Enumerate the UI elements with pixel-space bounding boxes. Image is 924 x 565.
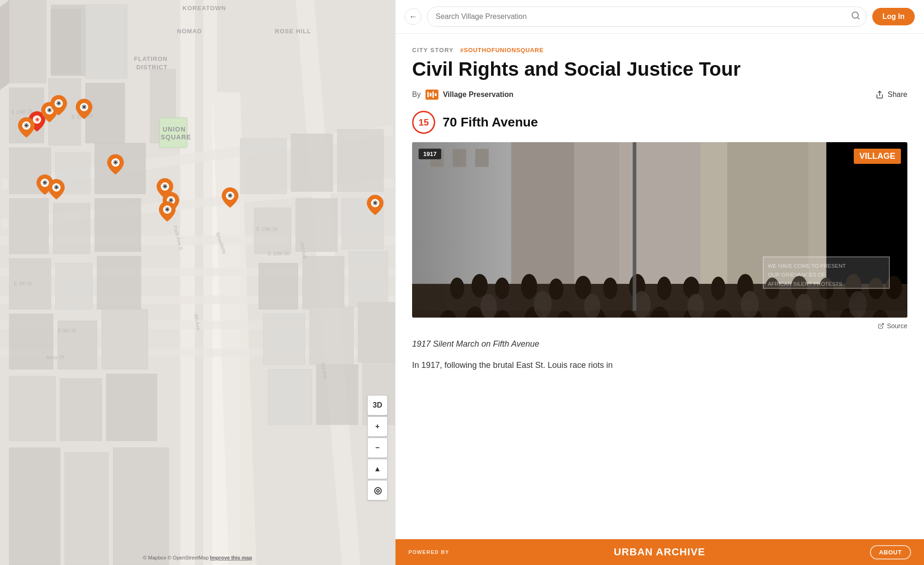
svg-text:OUR GRIEVANCES OF: OUR GRIEVANCES OF bbox=[768, 272, 825, 278]
login-button[interactable]: Log In bbox=[872, 8, 915, 25]
svg-rect-23 bbox=[9, 198, 49, 254]
svg-rect-177 bbox=[633, 142, 637, 311]
svg-marker-55 bbox=[9, 0, 46, 83]
svg-rect-25 bbox=[95, 198, 141, 252]
locate-button[interactable]: ◎ bbox=[367, 480, 388, 500]
search-input[interactable] bbox=[427, 6, 867, 27]
svg-rect-39 bbox=[303, 256, 344, 309]
village-badge: VILLAGE bbox=[854, 149, 901, 164]
svg-point-140 bbox=[549, 279, 563, 301]
category-hashtag[interactable]: #SOUTHOFUNIONSQUARE bbox=[460, 47, 544, 54]
svg-rect-31 bbox=[97, 256, 141, 309]
share-button[interactable]: Share bbox=[875, 90, 907, 99]
author-row: By Village Preservation Sha bbox=[412, 90, 907, 100]
location-number: 15 bbox=[412, 111, 435, 134]
svg-text:✳: ✳ bbox=[113, 159, 118, 166]
svg-rect-44 bbox=[263, 314, 305, 365]
svg-point-138 bbox=[495, 278, 509, 300]
svg-point-146 bbox=[711, 277, 725, 301]
svg-text:✳: ✳ bbox=[42, 179, 48, 186]
svg-rect-27 bbox=[291, 134, 333, 192]
svg-text:✳: ✳ bbox=[164, 206, 170, 213]
svg-point-137 bbox=[472, 274, 488, 298]
svg-rect-49 bbox=[113, 448, 169, 565]
svg-point-144 bbox=[657, 277, 671, 301]
svg-text:AFRICAN SILENT PROTESTS: AFRICAN SILENT PROTESTS bbox=[768, 281, 843, 287]
category-type: CITY STORY bbox=[412, 47, 454, 54]
svg-point-136 bbox=[450, 278, 464, 300]
svg-rect-40 bbox=[349, 252, 388, 307]
map-marker-5[interactable]: ✳ bbox=[76, 99, 92, 119]
svg-rect-121 bbox=[453, 149, 466, 167]
svg-rect-42 bbox=[60, 379, 102, 441]
map-marker-6[interactable]: ✳ bbox=[107, 154, 124, 174]
right-panel: ← Log In CITY STORY #SOUTHOFUNIONSQUARE … bbox=[395, 0, 924, 565]
svg-rect-47 bbox=[9, 448, 60, 565]
map-controls: 3D + − ▲ ◎ bbox=[367, 395, 388, 500]
author-logo bbox=[426, 90, 438, 100]
svg-text:NOMAD: NOMAD bbox=[177, 28, 202, 35]
improve-map-link[interactable]: Improve this map bbox=[210, 555, 252, 560]
svg-rect-50 bbox=[268, 369, 312, 425]
search-icon-button[interactable] bbox=[851, 11, 860, 23]
svg-text:UNION: UNION bbox=[163, 126, 186, 133]
description-text: In 1917, following the brutal East St. L… bbox=[412, 359, 907, 372]
svg-text:FLATIRON: FLATIRON bbox=[134, 55, 168, 62]
svg-line-184 bbox=[880, 324, 883, 326]
year-badge: 1917 bbox=[419, 149, 441, 159]
svg-marker-56 bbox=[51, 5, 85, 76]
svg-line-103 bbox=[857, 17, 859, 19]
svg-rect-43 bbox=[106, 374, 157, 441]
svg-rect-24 bbox=[53, 203, 90, 254]
zoom-in-button[interactable]: + bbox=[367, 416, 388, 437]
svg-point-176 bbox=[849, 291, 867, 318]
image-caption: 1917 Silent March on Fifth Avenue bbox=[412, 338, 907, 350]
svg-text:WE HAVE COME TO PRESENT: WE HAVE COME TO PRESENT bbox=[768, 263, 846, 269]
svg-point-170 bbox=[534, 291, 552, 318]
svg-point-142 bbox=[603, 278, 617, 300]
svg-rect-38 bbox=[259, 263, 298, 309]
svg-rect-28 bbox=[337, 129, 383, 192]
map-marker-13[interactable]: ✳ bbox=[367, 195, 383, 215]
map-svg: KOREATOWN NOMAD ROSE HILL FLATIRON DISTR… bbox=[0, 0, 395, 565]
svg-text:✳: ✳ bbox=[54, 184, 59, 191]
map-marker-8[interactable]: ✳ bbox=[48, 179, 65, 199]
map-marker-12[interactable]: ✳ bbox=[222, 187, 238, 208]
svg-text:SQUARE: SQUARE bbox=[161, 133, 191, 141]
svg-rect-37 bbox=[102, 309, 148, 369]
svg-text:✳: ✳ bbox=[56, 100, 61, 107]
back-button[interactable]: ← bbox=[405, 8, 421, 25]
svg-text:KOREATOWN: KOREATOWN bbox=[182, 5, 226, 12]
header: ← Log In bbox=[395, 0, 924, 34]
svg-text:ROSE HILL: ROSE HILL bbox=[275, 28, 311, 35]
svg-text:Astor Pl: Astor Pl bbox=[46, 355, 64, 360]
location-name: 70 Fifth Avenue bbox=[443, 115, 538, 130]
compass-button[interactable]: ▲ bbox=[367, 459, 388, 479]
svg-text:E 13th St: E 13th St bbox=[256, 226, 277, 232]
source-link[interactable]: Source bbox=[412, 322, 907, 330]
map-marker-4[interactable]: ✳ bbox=[50, 95, 67, 115]
svg-text:E 8th St: E 8th St bbox=[58, 328, 76, 333]
content-area: CITY STORY #SOUTHOFUNIONSQUARE Civil Rig… bbox=[395, 34, 924, 539]
svg-marker-54 bbox=[0, 0, 9, 90]
tour-title: Civil Rights and Social Justice Tour bbox=[412, 58, 907, 80]
urban-archive-brand[interactable]: URBAN ARCHIVE bbox=[614, 546, 705, 558]
about-button[interactable]: ABOUT bbox=[870, 545, 911, 559]
map-marker-11[interactable]: ✳ bbox=[159, 201, 176, 222]
svg-text:✳: ✳ bbox=[227, 192, 233, 199]
svg-text:✳: ✳ bbox=[372, 199, 378, 207]
svg-rect-41 bbox=[9, 376, 55, 441]
map-panel: KOREATOWN NOMAD ROSE HILL FLATIRON DISTR… bbox=[0, 0, 395, 565]
svg-rect-15 bbox=[85, 5, 127, 78]
svg-rect-35 bbox=[9, 314, 53, 369]
author-info: By Village Preservation bbox=[412, 90, 513, 100]
svg-text:✳: ✳ bbox=[81, 103, 87, 111]
location-header: 15 70 Fifth Avenue bbox=[412, 111, 907, 134]
3d-toggle[interactable]: 3D bbox=[367, 395, 388, 415]
author-name[interactable]: Village Preservation bbox=[443, 90, 514, 99]
bottom-bar: POWERED BY URBAN ARCHIVE ABOUT bbox=[395, 539, 924, 565]
map-marker-2[interactable]: ✳ bbox=[18, 117, 35, 138]
svg-text:DISTRICT: DISTRICT bbox=[136, 64, 168, 71]
map-attribution: © Mapbox © OpenStreetMap Improve this ma… bbox=[0, 555, 395, 560]
zoom-out-button[interactable]: − bbox=[367, 438, 388, 458]
